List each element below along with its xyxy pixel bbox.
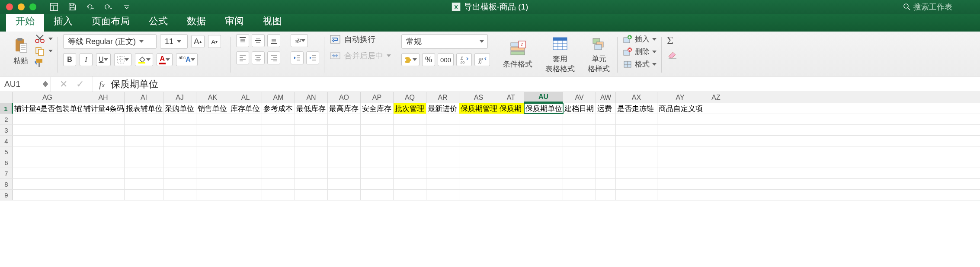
cell[interactable] — [703, 190, 729, 200]
orientation-button[interactable]: ab — [291, 34, 308, 47]
cell[interactable] — [459, 136, 498, 146]
cell[interactable] — [295, 125, 328, 135]
align-right-button[interactable] — [267, 51, 280, 64]
search-input[interactable] — [913, 3, 974, 12]
cell[interactable] — [262, 136, 295, 146]
cell[interactable] — [196, 125, 229, 135]
cell[interactable] — [13, 136, 82, 146]
cell[interactable] — [459, 179, 498, 189]
cell[interactable] — [459, 114, 498, 124]
column-header-AM[interactable]: AM — [262, 92, 295, 103]
cell[interactable] — [703, 179, 729, 189]
formula-input[interactable]: 保质期单位 — [111, 78, 980, 91]
cell[interactable] — [229, 190, 262, 200]
cell[interactable] — [426, 190, 459, 200]
cell[interactable] — [657, 146, 703, 157]
increase-decimal-button[interactable]: .0.00 — [456, 53, 472, 66]
cell[interactable] — [616, 136, 657, 146]
cell[interactable] — [657, 125, 703, 135]
cell[interactable] — [657, 190, 703, 200]
cell[interactable] — [295, 179, 328, 189]
cell[interactable] — [426, 125, 459, 135]
cell[interactable] — [328, 157, 361, 168]
enter-formula-button[interactable]: ✓ — [76, 79, 84, 90]
font-name-combo[interactable]: 等线 Regular (正文) — [63, 34, 157, 49]
cell[interactable] — [328, 125, 361, 135]
cell[interactable] — [163, 190, 196, 200]
cancel-formula-button[interactable]: ✕ — [60, 79, 67, 90]
cell[interactable] — [328, 136, 361, 146]
cell[interactable] — [596, 136, 616, 146]
cell[interactable] — [394, 168, 426, 178]
cell[interactable] — [163, 125, 196, 135]
column-header-AZ[interactable]: AZ — [703, 92, 729, 103]
cell[interactable]: 保质期单位 — [524, 103, 563, 114]
cell[interactable] — [426, 179, 459, 189]
cell[interactable]: 库存单位 — [229, 103, 262, 114]
decrease-font-button[interactable]: A▾ — [208, 35, 221, 48]
conditional-format-button[interactable]: ≠ 条件格式 — [500, 39, 535, 70]
cell[interactable] — [163, 157, 196, 168]
cell[interactable] — [394, 190, 426, 200]
delete-cells-button[interactable]: 删除 — [623, 47, 657, 57]
align-center-button[interactable] — [252, 51, 265, 64]
cell[interactable] — [703, 136, 729, 146]
autosum-button[interactable]: Σ — [667, 34, 673, 47]
merge-center-button[interactable]: 合并后居中 — [330, 51, 391, 61]
cell[interactable] — [563, 114, 596, 124]
comma-button[interactable]: 000 — [438, 53, 454, 66]
cell[interactable] — [82, 114, 125, 124]
cell[interactable] — [426, 136, 459, 146]
italic-button[interactable]: I — [80, 53, 93, 66]
cell[interactable] — [563, 136, 596, 146]
select-all-corner[interactable] — [0, 92, 13, 103]
wrap-text-button[interactable]: 自动换行 — [330, 34, 375, 44]
cell[interactable] — [82, 157, 125, 168]
cut-button[interactable] — [35, 34, 53, 44]
cell[interactable] — [196, 157, 229, 168]
cell[interactable] — [13, 179, 82, 189]
cell[interactable] — [657, 136, 703, 146]
close-window-button[interactable] — [6, 3, 13, 10]
underline-button[interactable]: U — [96, 53, 111, 66]
cell[interactable] — [163, 168, 196, 178]
column-header-AO[interactable]: AO — [328, 92, 361, 103]
clear-button[interactable] — [667, 51, 678, 59]
number-format-combo[interactable]: 常规 — [401, 34, 488, 49]
fill-color-button[interactable] — [135, 53, 153, 66]
cell[interactable] — [524, 125, 563, 135]
cell[interactable] — [125, 157, 163, 168]
cell[interactable] — [125, 168, 163, 178]
cell[interactable] — [524, 179, 563, 189]
cell[interactable] — [426, 146, 459, 157]
cell[interactable] — [295, 136, 328, 146]
cell[interactable] — [125, 179, 163, 189]
cell[interactable] — [262, 125, 295, 135]
cell[interactable] — [616, 190, 657, 200]
cell[interactable] — [498, 125, 524, 135]
column-header-AN[interactable]: AN — [295, 92, 328, 103]
cell[interactable] — [229, 114, 262, 124]
row-header-5[interactable]: 5 — [0, 146, 13, 157]
column-header-AH[interactable]: AH — [82, 92, 125, 103]
cell[interactable] — [459, 125, 498, 135]
cell[interactable] — [262, 157, 295, 168]
column-header-AQ[interactable]: AQ — [394, 92, 426, 103]
cell[interactable] — [498, 136, 524, 146]
cell[interactable] — [361, 136, 394, 146]
name-box-stepper[interactable] — [43, 81, 48, 87]
cell[interactable]: 最低库存 — [295, 103, 328, 114]
cell[interactable] — [459, 157, 498, 168]
cell[interactable] — [295, 168, 328, 178]
cell[interactable] — [616, 179, 657, 189]
cell[interactable] — [163, 146, 196, 157]
cell[interactable] — [459, 168, 498, 178]
cell[interactable] — [125, 146, 163, 157]
cell[interactable] — [163, 136, 196, 146]
cell[interactable] — [524, 146, 563, 157]
cell[interactable]: 运费 — [596, 103, 616, 114]
cell[interactable] — [498, 157, 524, 168]
cell[interactable] — [361, 168, 394, 178]
cell[interactable] — [394, 114, 426, 124]
cell[interactable] — [394, 136, 426, 146]
